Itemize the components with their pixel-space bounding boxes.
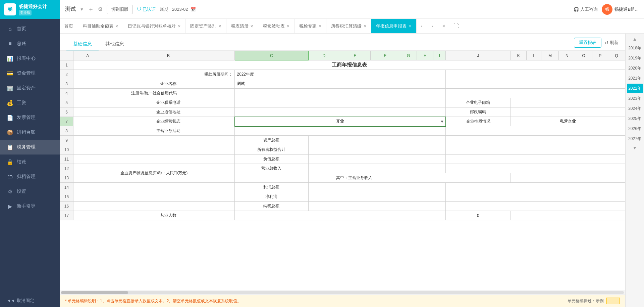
cell-5C[interactable] [235,98,446,107]
col-header-Q[interactable]: Q [608,51,625,60]
switch-version-button[interactable]: 切到旧版 [107,5,133,14]
tab-close-fixed-assets-cat[interactable]: × [218,24,221,29]
tab-close-bank-reconcile[interactable]: × [178,24,180,29]
cell-5B[interactable]: 企业联系电话 [102,98,235,107]
cell-4AB[interactable]: 注册号/统一社会信用代码 [73,89,235,98]
cell-2C[interactable]: 2022年度 [235,70,446,79]
cell-7K[interactable]: 私营企业 [511,117,625,126]
col-header-H[interactable]: H [417,51,433,60]
cell-3B[interactable]: 企业名称 [102,79,235,89]
sidebar-item-salary[interactable]: 💰 工资 [0,95,60,110]
cell-10C[interactable]: 所有者权益合计 [235,145,308,155]
tab-close-aux-balance[interactable]: × [115,24,118,29]
col-header-O[interactable]: O [575,51,592,60]
tab-close-tax-clear[interactable]: × [251,24,253,29]
sidebar-collapse-btn[interactable]: ◄◄ 取消固定 [0,294,60,307]
cell-2B[interactable]: 税款所属期间： [102,70,235,79]
year-item-2019[interactable]: 2019年 [627,53,643,63]
cell-7J[interactable]: 企业控股情况 [446,117,511,126]
col-header-A[interactable]: A [73,51,102,60]
cell-6C[interactable] [235,107,446,117]
col-header-G[interactable]: G [400,51,417,60]
year-item-2022[interactable]: 2022年 [627,84,643,93]
sidebar-item-home[interactable]: ⌂ 首页 [0,21,60,36]
sidebar-item-assets[interactable]: 🏢 固定资产 [0,81,60,95]
cell-3C[interactable]: 测试 [235,79,446,89]
spreadsheet-container[interactable]: A B C D E F G H I J K L M [60,51,625,290]
cell-9C[interactable]: 资产总额 [235,136,308,145]
cell-12C[interactable]: 营业总收入 [235,164,308,173]
cell-5J[interactable]: 企业电子邮箱 [446,98,511,107]
col-header-I[interactable]: I [433,51,446,60]
cell-17B[interactable]: 从业人数 [102,211,235,220]
cell-12AB[interactable]: 企业资产状况信息(币种：人民币万元) [73,164,235,183]
col-header-D[interactable]: D [308,51,340,60]
year-item-2025[interactable]: 2025年 [627,114,643,123]
tab-close-all-btn[interactable]: × [438,19,450,33]
year-item-2018[interactable]: 2018年 [627,43,643,53]
year-up-btn[interactable]: ▲ [628,35,642,43]
cell-14C[interactable]: 利润总额 [235,183,308,192]
year-item-2024[interactable]: 2024年 [627,104,643,113]
col-header-M[interactable]: M [541,51,559,60]
tab-next-btn[interactable]: › [427,19,438,33]
topbar-add-btn[interactable]: ＋ [88,5,94,13]
sidebar-item-close[interactable]: 🔒 结账 [0,155,60,169]
col-header-B[interactable]: B [102,51,235,60]
cell-15C[interactable]: 净利润 [235,192,308,202]
cell-6J[interactable]: 邮政编码 [446,107,511,117]
col-header-N[interactable]: N [559,51,575,60]
tab-close-annual-report[interactable]: × [409,24,411,29]
cell-7B[interactable]: 企业经营状态 [102,117,235,126]
year-item-2027[interactable]: 2027年 [627,134,643,143]
tab-income-tax[interactable]: 所得税汇算清缴 × [326,19,371,33]
cell-9D[interactable] [308,136,446,145]
tab-expand-btn[interactable]: ⛶ [450,19,462,33]
col-header-E[interactable]: E [340,51,370,60]
topbar-dropdown-icon[interactable]: ▼ [80,7,84,12]
tab-fixed-assets-cat[interactable]: 固定资产类别 × [185,19,226,33]
sidebar-item-invoice[interactable]: 📄 发票管理 [0,110,60,125]
cell-13D[interactable]: 其中：主营业务收入 [308,173,400,183]
year-item-2023[interactable]: 2023年 [627,94,643,103]
cell-2A[interactable] [73,70,102,79]
year-down-btn[interactable]: ▼ [628,144,642,152]
reset-report-button[interactable]: 重置报表 [574,38,601,48]
title-cell[interactable]: 工商年报信息表 [73,60,625,70]
col-header-J[interactable]: J [446,51,511,60]
cell-8C[interactable] [235,126,446,136]
tab-bank-reconcile[interactable]: 日记账与银行对账单核对 × [123,19,185,33]
topbar-settings-btn[interactable]: ⚙ [98,6,103,12]
sidebar-item-tax[interactable]: 📋 税务管理 [0,140,60,155]
hscroll-thumb[interactable] [61,291,128,294]
cell-7C[interactable]: 开业 ▼ [235,117,446,126]
tab-tax-clear[interactable]: 税表清册 × [226,19,258,33]
sidebar-item-ledger[interactable]: ≡ 总账 [0,36,60,51]
sidebar-item-archive[interactable]: 🗃 归档管理 [0,169,60,184]
col-header-P[interactable]: P [592,51,608,60]
sidebar-item-reports[interactable]: 📊 报表中心 [0,51,60,66]
col-header-F[interactable]: F [370,51,400,60]
year-item-2026[interactable]: 2026年 [627,124,643,133]
sidebar-item-guide[interactable]: ▶ 新手引导 [0,199,60,214]
horizontal-scrollbar[interactable] [60,290,625,295]
cell-11C[interactable]: 负债总额 [235,155,308,164]
tab-close-income-tax[interactable]: × [364,24,366,29]
col-header-K[interactable]: K [511,51,526,60]
year-item-2021[interactable]: 2021年 [627,74,643,83]
tab-aux-balance[interactable]: 科目辅助余额表 × [78,19,123,33]
col-header-C[interactable]: C [235,51,308,60]
tab-tax-expert[interactable]: 税检专家 × [294,19,326,33]
col-header-L[interactable]: L [526,51,541,60]
cell-6B[interactable]: 企业通信地址 [102,107,235,117]
cell-16C[interactable]: 纳税总额 [235,202,308,211]
sidebar-item-settings[interactable]: ⚙ 设置 [0,184,60,199]
tab-tax-wave[interactable]: 税负波动表 × [258,19,294,33]
sidebar-item-purchase[interactable]: 📦 进销台账 [0,125,60,140]
cell-17J[interactable]: 0 [446,211,511,220]
year-item-2020[interactable]: 2020年 [627,63,643,73]
cell-8B[interactable]: 主营业务活动 [102,126,235,136]
cell-4C[interactable] [235,89,446,98]
refresh-button[interactable]: ↺ 刷新 [605,40,619,46]
user-menu[interactable]: 畅 畅捷通B组... [602,4,639,15]
